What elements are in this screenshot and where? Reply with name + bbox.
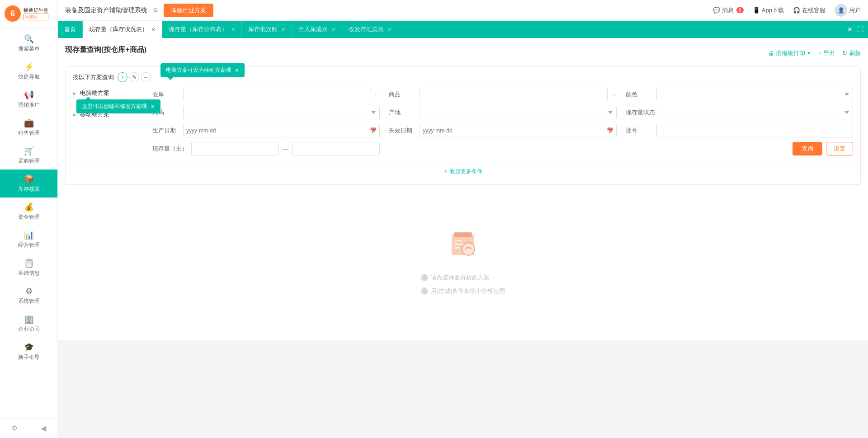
- reset-btn[interactable]: 设置: [826, 142, 853, 155]
- search-btn[interactable]: 查询: [793, 142, 822, 155]
- sidebar-bottom: ⚙ ◀: [0, 418, 57, 438]
- refresh-btn[interactable]: ↻ 刷新: [842, 49, 861, 57]
- tab-2[interactable]: 现存量（库存分布表）✕: [162, 21, 242, 38]
- user-item[interactable]: 👤 用户: [835, 4, 861, 17]
- notification-label: 消息: [722, 6, 734, 14]
- tab-close-2[interactable]: ✕: [231, 27, 235, 33]
- produce-date-input[interactable]: [186, 127, 368, 134]
- stock-status-select[interactable]: [659, 106, 853, 119]
- empty-illustration: [440, 221, 486, 266]
- warehouse-input[interactable]: [183, 88, 371, 101]
- product-dots[interactable]: ···: [611, 91, 617, 98]
- collapse-bar[interactable]: ∧ 收起更多条件: [73, 164, 853, 179]
- filter-product: 商品 ···: [389, 88, 616, 101]
- tab-1[interactable]: 现存量（库存状况表）✕: [83, 21, 162, 38]
- expire-date-input[interactable]: [423, 127, 604, 134]
- origin-label: 产地: [389, 108, 416, 117]
- filter-expire-date: 失效日期 📅: [389, 124, 616, 137]
- sidebar-item-search[interactable]: 🔍搜索菜单: [0, 29, 57, 57]
- tab-3[interactable]: 库存批次账✕: [242, 21, 292, 38]
- stock-main-label: 现存量（主）: [152, 145, 188, 153]
- svg-point-5: [462, 243, 475, 255]
- sidebar-item-sales[interactable]: 💼销售管理: [0, 113, 57, 141]
- product-input[interactable]: [420, 88, 608, 101]
- sidebar-item-marketing[interactable]: 📢营销推广: [0, 85, 57, 113]
- sidebar-item-system[interactable]: ⚙系统管理: [0, 282, 57, 310]
- tab-0[interactable]: 首页: [58, 21, 83, 38]
- expire-date-calendar-icon[interactable]: 📅: [607, 127, 613, 134]
- tab-5[interactable]: 收发存汇总表✕: [342, 21, 398, 38]
- expire-date-input-wrapper: 📅: [420, 124, 616, 137]
- tooltip1-text: 电脑方案可设为移动方案哦: [166, 66, 231, 74]
- filter-header-label: 按以下方案查询: [73, 73, 114, 81]
- collapse-sidebar-icon[interactable]: ◀: [41, 424, 46, 433]
- settings-bottom-icon[interactable]: ⚙: [11, 424, 18, 433]
- sidebar-nav: 🔍搜索菜单⚡快捷导航📢营销推广💼销售管理🛒采购管理📦库存核算💰资金管理📊经营管理…: [0, 28, 57, 418]
- tab-close-5[interactable]: ✕: [387, 27, 392, 33]
- online-service-item[interactable]: 🎧 在线客服: [793, 6, 826, 14]
- warehouse-dots[interactable]: ···: [375, 91, 380, 98]
- tab-close-all-icon[interactable]: ✕: [847, 26, 853, 33]
- sidebar-item-inventory[interactable]: 📦库存核算: [0, 170, 57, 198]
- print-dropdown-icon: ▼: [807, 51, 811, 56]
- filter-row-2: 尺码 产地 现存量状态: [152, 106, 853, 119]
- settings-icon[interactable]: ⚙: [153, 7, 158, 14]
- svg-rect-4: [455, 247, 460, 249]
- filter-section: 按以下方案查询 + ✎ ← 电脑方案可设为移动方案哦 ✕ ▶ 电脑端方案: [65, 66, 861, 185]
- scheme-desktop-label: 电脑端方案: [80, 89, 109, 97]
- tooltip2-close[interactable]: ✕: [151, 104, 155, 110]
- size-select[interactable]: [183, 106, 380, 119]
- print-label: 按模板打印: [776, 49, 805, 57]
- sidebar-item-purchase[interactable]: 🛒采购管理: [0, 141, 57, 170]
- sidebar-item-label-basic: 基础信息: [18, 269, 40, 277]
- batch-input[interactable]: [656, 124, 853, 137]
- trial-industry-btn[interactable]: 体验行业方案: [164, 4, 213, 17]
- sidebar-item-basic[interactable]: 📋基础信息: [0, 254, 57, 282]
- print-btn[interactable]: 🖨 按模板打印 ▼: [768, 49, 811, 57]
- svg-rect-3: [455, 244, 464, 245]
- service-icon: 🎧: [793, 7, 800, 14]
- sidebar-item-quicknav[interactable]: ⚡快捷导航: [0, 57, 57, 85]
- color-select[interactable]: [656, 88, 853, 101]
- tab-fullscreen-icon[interactable]: ⛶: [857, 26, 863, 33]
- stock-main-from[interactable]: [191, 142, 279, 155]
- user-label: 用户: [849, 6, 861, 14]
- online-service-label: 在线客服: [802, 6, 826, 14]
- tab-label-3: 库存批次账: [248, 25, 278, 33]
- svg-rect-1: [454, 232, 472, 237]
- basic-icon: 📋: [24, 258, 34, 268]
- stock-main-to[interactable]: [292, 142, 380, 155]
- tab-close-3[interactable]: ✕: [281, 27, 285, 33]
- origin-select[interactable]: [420, 106, 616, 119]
- back-scheme-btn[interactable]: ←: [141, 72, 151, 82]
- scheme-item-desktop[interactable]: ▶ 电脑端方案: [73, 88, 145, 99]
- color-label: 颜色: [626, 90, 653, 99]
- main-content: 现存量查询(按仓库+商品) 🖨 按模板打印 ▼ ↑ 导出 ↻ 刷新: [58, 38, 868, 438]
- sidebar-item-operation[interactable]: 📊经营管理: [0, 226, 57, 254]
- sidebar-item-finance[interactable]: 💰资金管理: [0, 198, 57, 226]
- edit-scheme-btn[interactable]: ✎: [129, 72, 139, 82]
- notification-item[interactable]: 💬 消息 6: [713, 6, 744, 14]
- add-scheme-btn[interactable]: +: [118, 72, 127, 82]
- tooltip1-close[interactable]: ✕: [235, 67, 239, 74]
- export-btn[interactable]: ↑ 导出: [819, 49, 835, 57]
- stock-range-sep: —: [283, 146, 288, 152]
- sidebar-logo: 6 畅通好生意 标准版: [0, 0, 57, 28]
- filter-warehouse: 仓库 ···: [152, 88, 380, 101]
- guide-icon: 🎓: [24, 342, 34, 352]
- refresh-label: 刷新: [849, 49, 861, 57]
- tab-4[interactable]: 出入库流水✕: [292, 21, 342, 38]
- produce-date-calendar-icon[interactable]: 📅: [370, 127, 377, 134]
- sidebar-item-label-operation: 经营管理: [18, 241, 40, 249]
- logo-name: 畅通好生意: [24, 7, 48, 14]
- tab-label-1: 现存量（库存状况表）: [89, 25, 148, 33]
- sidebar-item-guide[interactable]: 🎓新手引导: [0, 338, 57, 366]
- sidebar-item-label-finance: 资金管理: [18, 213, 40, 221]
- sidebar-item-enterprise[interactable]: 🏢企业协同: [0, 310, 57, 338]
- tab-close-1[interactable]: ✕: [151, 27, 156, 33]
- produce-date-label: 生产日期: [152, 127, 179, 135]
- tab-close-4[interactable]: ✕: [331, 27, 335, 33]
- app-download-item[interactable]: 📱 App下载: [753, 6, 784, 14]
- tab-bar: 首页现存量（库存状况表）✕现存量（库存分布表）✕库存批次账✕出入库流水✕收发存汇…: [58, 21, 868, 38]
- product-label: 商品: [389, 90, 416, 99]
